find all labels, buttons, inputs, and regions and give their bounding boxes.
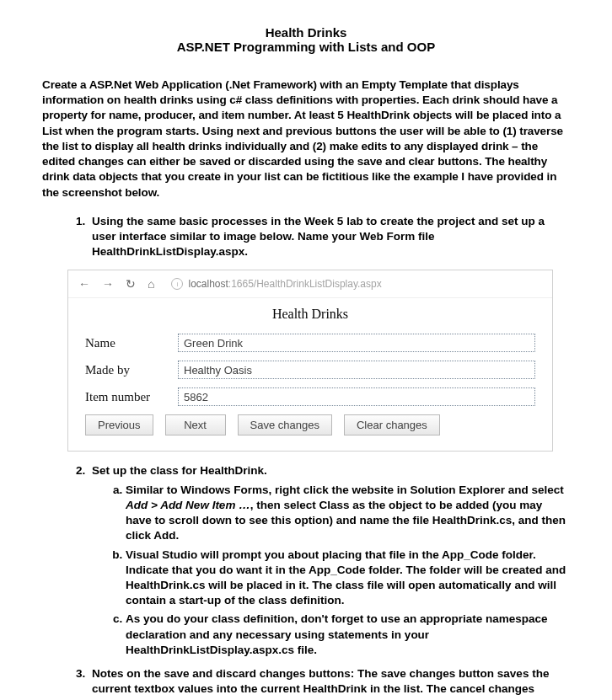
url-path: :1665/HealthDrinkListDisplay.aspx	[228, 278, 382, 290]
step-2a-pre: Similar to Windows Forms, right click th…	[126, 484, 564, 496]
label-item: Item number	[85, 390, 178, 404]
forward-icon[interactable]: →	[102, 277, 114, 291]
browser-navbar: ← → ↻ ⌂ i localhost:1665/HealthDrinkList…	[68, 270, 552, 298]
row-item: Item number	[85, 387, 535, 406]
row-name: Name	[85, 334, 535, 352]
previous-button[interactable]: Previous	[85, 414, 153, 435]
browser-mock: ← → ↻ ⌂ i localhost:1665/HealthDrinkList…	[67, 270, 553, 452]
refresh-icon[interactable]: ↻	[126, 277, 136, 291]
page-content: Health Drinks Name Made by Item number P…	[68, 298, 552, 451]
url-bar[interactable]: i localhost:1665/HealthDrinkListDisplay.…	[166, 275, 542, 292]
doc-title-1: Health Drinks	[42, 25, 570, 40]
home-icon[interactable]: ⌂	[148, 277, 154, 291]
save-changes-button[interactable]: Save changes	[238, 414, 332, 435]
label-madeby: Made by	[85, 363, 178, 377]
intro-paragraph: Create a ASP.Net Web Application (.Net F…	[42, 77, 570, 200]
info-icon: i	[171, 278, 183, 290]
url-host: localhost	[188, 278, 228, 290]
form-heading: Health Drinks	[85, 307, 535, 322]
input-madeby[interactable]	[178, 361, 535, 379]
input-item[interactable]	[178, 387, 535, 406]
step-2: Set up the class for HealthDrink. Simila…	[89, 463, 570, 658]
step-1-text: Using the same basic processes in the We…	[92, 215, 545, 258]
label-name: Name	[85, 336, 178, 350]
step-3: Notes on the save and discard changes bu…	[89, 666, 570, 697]
back-icon[interactable]: ←	[78, 277, 90, 291]
input-name[interactable]	[178, 334, 535, 352]
step-2a: Similar to Windows Forms, right click th…	[126, 483, 570, 544]
step-2c: As you do your class definition, don't f…	[126, 612, 570, 658]
button-row: Previous Next Save changes Clear changes	[85, 414, 535, 435]
doc-title-2: ASP.NET Programming with Lists and OOP	[42, 40, 570, 54]
step-2a-italic: Add > Add New Item …	[126, 499, 250, 511]
next-button[interactable]: Next	[165, 414, 226, 435]
step-2-lead: Set up the class for HealthDrink.	[92, 464, 267, 477]
row-madeby: Made by	[85, 361, 535, 379]
step-1: Using the same basic processes in the We…	[89, 214, 570, 260]
clear-changes-button[interactable]: Clear changes	[344, 414, 440, 435]
step-2b: Visual Studio will prompt you about plac…	[126, 548, 570, 609]
